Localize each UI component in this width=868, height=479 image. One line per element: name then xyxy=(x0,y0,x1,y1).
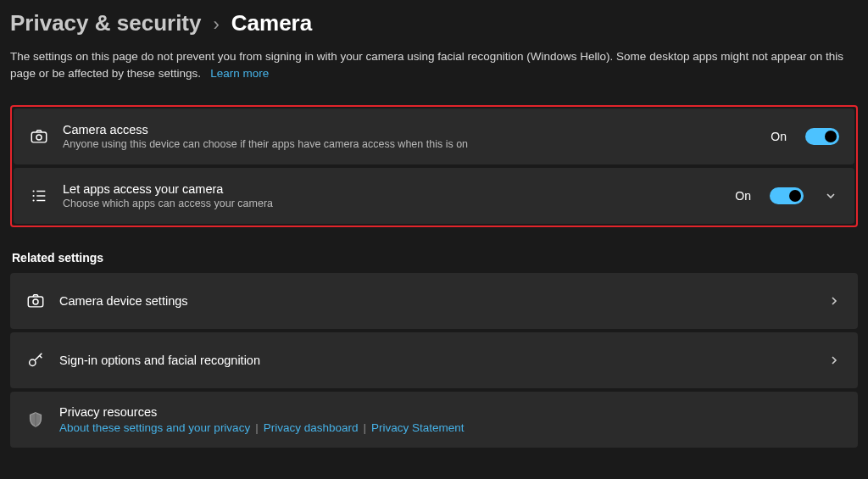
toggle-state-label: On xyxy=(771,130,787,143)
chevron-right-icon xyxy=(829,355,843,365)
breadcrumb: Privacy & security › Camera xyxy=(10,10,858,36)
svg-rect-0 xyxy=(31,132,46,142)
let-apps-toggle[interactable] xyxy=(770,187,804,204)
page-description: The settings on this page do not prevent… xyxy=(10,48,858,81)
related-title: Sign-in options and facial recognition xyxy=(59,354,807,367)
setting-subtitle: Anyone using this device can choose if t… xyxy=(63,138,757,150)
setting-row-let-apps[interactable]: Let apps access your camera Choose which… xyxy=(14,168,854,224)
related-settings-list: Camera device settings Sign-in options a… xyxy=(10,273,858,448)
camera-access-toggle[interactable] xyxy=(805,128,839,145)
svg-point-2 xyxy=(32,191,34,192)
setting-title: Camera access xyxy=(63,123,757,136)
camera-icon xyxy=(25,291,46,311)
privacy-statement-link[interactable]: Privacy Statement xyxy=(371,421,465,434)
related-settings-heading: Related settings xyxy=(12,251,858,265)
svg-point-3 xyxy=(32,195,34,197)
privacy-dashboard-link[interactable]: Privacy dashboard xyxy=(264,421,359,434)
related-row-privacy-resources: Privacy resources About these settings a… xyxy=(10,392,858,448)
list-icon xyxy=(29,186,49,206)
svg-point-1 xyxy=(36,135,42,140)
toggle-state-label: On xyxy=(735,189,751,203)
chevron-right-icon xyxy=(829,296,843,306)
related-row-camera-device[interactable]: Camera device settings xyxy=(10,273,858,329)
svg-point-10 xyxy=(30,359,36,365)
chevron-right-icon: › xyxy=(213,14,219,36)
key-icon xyxy=(25,350,46,370)
svg-rect-8 xyxy=(28,297,42,307)
svg-point-4 xyxy=(32,200,34,202)
chevron-down-icon[interactable] xyxy=(826,191,839,201)
svg-line-12 xyxy=(40,356,42,359)
separator: | xyxy=(255,421,259,434)
shield-icon xyxy=(25,409,46,430)
setting-subtitle: Choose which apps can access your camera xyxy=(63,198,721,209)
related-title: Camera device settings xyxy=(59,294,807,308)
description-text: The settings on this page do not prevent… xyxy=(10,50,843,80)
setting-title: Let apps access your camera xyxy=(63,182,721,196)
learn-more-link[interactable]: Learn more xyxy=(210,67,269,80)
related-row-signin[interactable]: Sign-in options and facial recognition xyxy=(10,332,858,388)
setting-row-camera-access: Camera access Anyone using this device c… xyxy=(14,109,854,164)
privacy-about-link[interactable]: About these settings and your privacy xyxy=(59,421,250,434)
related-title: Privacy resources xyxy=(59,405,843,419)
breadcrumb-parent[interactable]: Privacy & security xyxy=(10,10,201,36)
camera-icon xyxy=(29,126,49,147)
svg-point-9 xyxy=(33,299,38,304)
highlighted-settings-group: Camera access Anyone using this device c… xyxy=(10,105,858,227)
separator: | xyxy=(363,421,366,434)
breadcrumb-current: Camera xyxy=(231,10,312,36)
